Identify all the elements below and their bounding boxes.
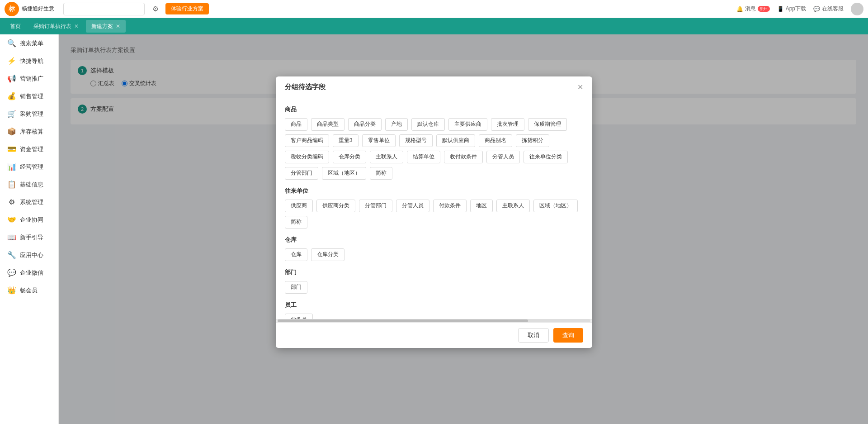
field-tag[interactable]: 收付款条件 [444, 151, 483, 163]
apps-icon: 🔧 [7, 251, 16, 259]
field-tag[interactable]: 主联系人 [496, 200, 530, 212]
sidebar-item-basics[interactable]: 📋 基础信息 [0, 176, 58, 193]
field-tag[interactable]: 默认供应商 [436, 134, 475, 147]
field-tag[interactable]: 付款条件 [433, 200, 467, 212]
field-tag[interactable]: 拣货积分 [516, 134, 549, 147]
sidebar-item-sales[interactable]: 💰 销售管理 [0, 87, 58, 105]
field-tag[interactable]: 保质期管理 [528, 118, 567, 131]
settings-button[interactable]: ⚙ [149, 3, 162, 15]
tab-purchase[interactable]: 采购订单执行表 ✕ [28, 20, 84, 33]
sidebar-item-vip[interactable]: 👑 畅会员 [0, 281, 58, 299]
sidebar-item-collab[interactable]: 🤝 企业协同 [0, 211, 58, 229]
field-tag[interactable]: 产地 [385, 118, 408, 131]
scroll-thumb [278, 319, 528, 322]
field-tag[interactable]: 税收分类编码 [285, 151, 329, 163]
field-group-员工: 员工业务员 [285, 301, 583, 319]
online-service-icon: 💬 [813, 6, 820, 12]
field-tag[interactable]: 简称 [370, 167, 392, 180]
field-tags: 商品商品类型商品分类产地默认仓库主要供应商批次管理保质期管理客户商品编码重量3零… [285, 118, 583, 180]
field-tag[interactable]: 地区 [470, 200, 493, 212]
field-tag[interactable]: 供应商 [285, 200, 313, 212]
field-tag[interactable]: 主要供应商 [448, 118, 487, 131]
dialog-close-button[interactable]: ✕ [577, 83, 583, 91]
guide-icon: 📖 [7, 233, 16, 242]
sidebar-item-apps[interactable]: 🔧 应用中心 [0, 246, 58, 264]
sidebar-item-guide[interactable]: 📖 新手引导 [0, 229, 58, 246]
sidebar-item-purchase-label: 采购管理 [20, 110, 43, 118]
sidebar-item-operations[interactable]: 📊 经营管理 [0, 158, 58, 176]
sidebar-item-wechat[interactable]: 💬 企业微信 [0, 264, 58, 281]
sidebar-item-inventory[interactable]: 📦 库存核算 [0, 123, 58, 140]
sidebar-item-marketing-label: 营销推广 [20, 75, 43, 83]
sidebar-item-collab-label: 企业协同 [20, 216, 43, 224]
app-download-item[interactable]: 📱 App下载 [777, 5, 806, 13]
field-tag[interactable]: 简称 [285, 216, 307, 229]
field-tag[interactable]: 结算单位 [407, 151, 440, 163]
field-tag[interactable]: 商品 [285, 118, 307, 131]
notification-icon: 🔔 [736, 6, 743, 12]
sidebar-item-purchase[interactable]: 🛒 采购管理 [0, 105, 58, 123]
sidebar-item-finance[interactable]: 💳 资金管理 [0, 140, 58, 158]
sidebar-item-shortcuts[interactable]: ⚡ 快捷导航 [0, 52, 58, 70]
cancel-button[interactable]: 取消 [518, 328, 549, 343]
sidebar-item-search[interactable]: 🔍 搜索菜单 [0, 34, 58, 52]
tab-new-plan[interactable]: 新建方案 ✕ [86, 20, 126, 33]
field-tag[interactable]: 批次管理 [491, 118, 524, 131]
search-input[interactable] [63, 3, 145, 15]
online-service-item[interactable]: 💬 在线客服 [813, 5, 844, 13]
try-industry-button[interactable]: 体验行业方案 [165, 3, 209, 14]
field-tag[interactable]: 往来单位分类 [524, 151, 568, 163]
sales-icon: 💰 [7, 92, 16, 100]
tab-home-label: 首页 [10, 23, 21, 30]
dialog-footer: 取消 查询 [276, 322, 592, 348]
field-tag[interactable]: 商品分类 [348, 118, 382, 131]
shortcuts-icon: ⚡ [7, 57, 16, 65]
sidebar-item-inventory-label: 库存核算 [20, 128, 43, 136]
field-tag[interactable]: 商品类型 [311, 118, 344, 131]
field-tag[interactable]: 部门 [285, 281, 307, 294]
basics-icon: 📋 [7, 180, 16, 189]
tab-bar: 首页 采购订单执行表 ✕ 新建方案 ✕ [0, 18, 868, 34]
field-tag[interactable]: 客户商品编码 [285, 134, 329, 147]
horizontal-scrollbar[interactable] [276, 319, 592, 322]
sidebar-item-apps-label: 应用中心 [20, 251, 43, 259]
notification-label: 消息 [745, 5, 756, 13]
field-tag[interactable]: 默认仓库 [411, 118, 445, 131]
field-tag[interactable]: 分管部门 [285, 167, 318, 180]
field-tag[interactable]: 供应商分类 [316, 200, 355, 212]
sidebar-item-search-label: 搜索菜单 [20, 39, 43, 48]
sidebar-item-wechat-label: 企业微信 [20, 269, 43, 277]
confirm-button[interactable]: 查询 [553, 328, 583, 343]
field-tag[interactable]: 重量3 [333, 134, 359, 147]
field-tag[interactable]: 分管部门 [359, 200, 392, 212]
field-tag[interactable]: 商品别名 [479, 134, 512, 147]
sidebar-item-system[interactable]: ⚙ 系统管理 [0, 193, 58, 211]
field-tag[interactable]: 区域（地区） [322, 167, 366, 180]
notification-item[interactable]: 🔔 消息 99+ [736, 5, 770, 13]
field-tag[interactable]: 分管人员 [396, 200, 429, 212]
dialog-body[interactable]: 商品商品商品类型商品分类产地默认仓库主要供应商批次管理保质期管理客户商品编码重量… [276, 98, 592, 319]
app-download-icon: 📱 [777, 6, 784, 12]
field-tag[interactable]: 主联系人 [370, 151, 403, 163]
field-tag[interactable]: 仓库 [285, 248, 307, 261]
tab-new-plan-close[interactable]: ✕ [116, 23, 120, 29]
field-tag[interactable]: 区域（地区） [533, 200, 578, 212]
field-tags: 部门 [285, 281, 583, 294]
top-right: 🔔 消息 99+ 📱 App下载 💬 在线客服 [736, 3, 863, 15]
field-group-title: 往来单位 [285, 187, 583, 195]
search-icon: 🔍 [7, 39, 16, 48]
vip-icon: 👑 [7, 286, 16, 295]
field-tag[interactable]: 零售单位 [362, 134, 396, 147]
tab-home[interactable]: 首页 [5, 20, 26, 33]
top-actions: ⚙ 体验行业方案 [149, 3, 209, 15]
field-tag[interactable]: 分管人员 [486, 151, 520, 163]
field-tag[interactable]: 仓库分类 [311, 248, 344, 261]
field-group-title: 员工 [285, 301, 583, 309]
field-tag[interactable]: 规格型号 [399, 134, 433, 147]
field-tag[interactable]: 仓库分类 [333, 151, 366, 163]
field-tag[interactable]: 业务员 [285, 314, 313, 319]
avatar[interactable] [851, 3, 863, 15]
tab-purchase-close[interactable]: ✕ [74, 23, 79, 29]
sidebar-item-marketing[interactable]: 📢 营销推广 [0, 70, 58, 87]
field-group-title: 仓库 [285, 236, 583, 244]
